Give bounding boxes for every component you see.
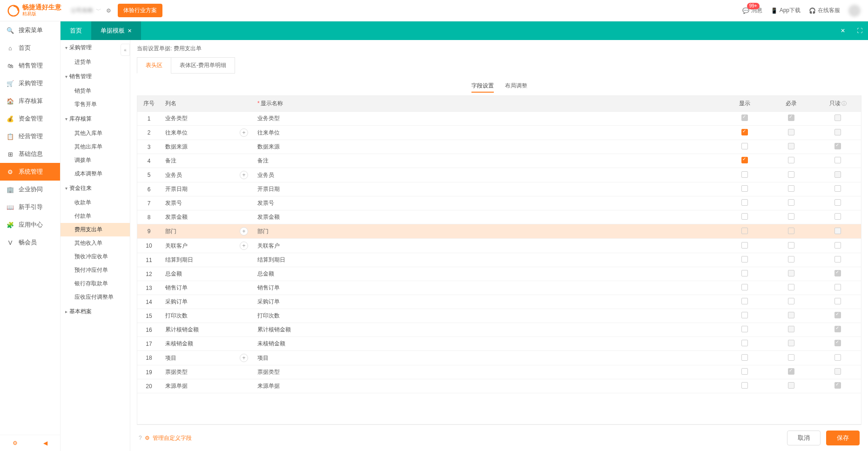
checkbox[interactable] xyxy=(834,298,841,304)
rail-item-经营管理[interactable]: 📋经营管理 xyxy=(0,128,60,145)
rail-item-新手引导[interactable]: 📖新手引导 xyxy=(0,198,60,216)
tree-item-银行存取款单[interactable]: 银行存取款单 xyxy=(61,277,130,290)
checkbox[interactable] xyxy=(741,326,748,332)
checkbox[interactable] xyxy=(834,284,841,290)
table-row[interactable]: 4备注备注 xyxy=(137,154,861,168)
inner-tab-field-settings[interactable]: 字段设置 xyxy=(471,80,494,93)
rail-item-系统管理[interactable]: ⚙系统管理 xyxy=(0,163,60,181)
inner-tab-layout-adjust[interactable]: 布局调整 xyxy=(505,80,527,93)
manage-custom-fields-link[interactable]: ? ⚙ 管理自定义字段 xyxy=(139,434,192,442)
checkbox[interactable] xyxy=(788,242,794,249)
tree-item-其他收入单[interactable]: 其他收入单 xyxy=(61,236,130,250)
checkbox[interactable] xyxy=(741,256,748,263)
checkbox[interactable] xyxy=(788,228,794,234)
table-row[interactable]: 16累计核销金额累计核销金额 xyxy=(137,323,861,337)
checkbox[interactable] xyxy=(741,143,748,149)
table-row[interactable]: 18项目+项目 xyxy=(137,351,861,365)
checkbox[interactable] xyxy=(741,171,748,178)
table-row[interactable]: 1业务类型业务类型 xyxy=(137,112,861,126)
table-row[interactable]: 15打印次数打印次数 xyxy=(137,309,861,323)
tree-item-其他出库单[interactable]: 其他出库单 xyxy=(61,140,130,154)
tree-item-进货单[interactable]: 进货单 xyxy=(61,55,130,69)
tree-item-应收应付调整单[interactable]: 应收应付调整单 xyxy=(61,290,130,304)
cell-display-name[interactable]: 备注 xyxy=(253,154,721,168)
tree-item-收款单[interactable]: 收款单 xyxy=(61,196,130,209)
rail-item-资金管理[interactable]: 💰资金管理 xyxy=(0,110,60,128)
table-row[interactable]: 20来源单据来源单据 xyxy=(137,379,861,393)
checkbox[interactable] xyxy=(788,185,794,192)
add-icon[interactable]: + xyxy=(240,128,248,137)
tree-item-付款单[interactable]: 付款单 xyxy=(61,209,130,223)
table-row[interactable]: 7发票号发票号 xyxy=(137,196,861,210)
checkbox[interactable] xyxy=(741,199,748,206)
rail-item-企业协同[interactable]: 🏢企业协同 xyxy=(0,181,60,198)
checkbox[interactable] xyxy=(834,213,841,220)
cancel-button[interactable]: 取消 xyxy=(787,431,821,445)
tree-item-费用支出单[interactable]: 费用支出单 xyxy=(61,223,130,236)
checkbox[interactable] xyxy=(788,256,794,263)
checkbox[interactable] xyxy=(788,284,794,290)
company-name[interactable]: 公司名称 xyxy=(71,7,93,14)
checkbox[interactable] xyxy=(788,157,794,163)
checkbox[interactable] xyxy=(741,298,748,304)
checkbox[interactable] xyxy=(741,270,748,276)
tree-item-其他入库单[interactable]: 其他入库单 xyxy=(61,127,130,140)
table-row[interactable]: 12总金额总金额 xyxy=(137,267,861,281)
tree-item-销货单[interactable]: 销货单 xyxy=(61,84,130,98)
cell-display-name[interactable]: 发票金额 xyxy=(253,210,721,224)
rail-settings-icon[interactable]: ⚙ xyxy=(13,440,18,446)
tree-item-预收冲应收单[interactable]: 预收冲应收单 xyxy=(61,250,130,263)
checkbox[interactable] xyxy=(788,199,794,206)
cell-display-name[interactable]: 未核销金额 xyxy=(253,337,721,351)
cell-display-name[interactable]: 开票日期 xyxy=(253,182,721,196)
readonly-help-icon[interactable]: ⓘ xyxy=(841,101,847,106)
table-row[interactable]: 8发票金额发票金额 xyxy=(137,210,861,224)
checkbox[interactable] xyxy=(741,228,748,234)
cell-display-name[interactable]: 票据类型 xyxy=(253,365,721,379)
rail-collapse-icon[interactable]: ◀ xyxy=(43,440,47,446)
rail-item-畅会员[interactable]: V畅会员 xyxy=(0,234,60,251)
add-icon[interactable]: + xyxy=(240,242,248,250)
checkbox[interactable] xyxy=(788,213,794,220)
rail-item-销售管理[interactable]: 🛍销售管理 xyxy=(0,57,60,74)
checkbox[interactable] xyxy=(788,298,794,304)
table-row[interactable]: 9部门+部门 xyxy=(137,224,861,239)
tab-home[interactable]: 首页 xyxy=(61,21,91,40)
checkbox[interactable] xyxy=(741,129,748,135)
tree-item-零售开单[interactable]: 零售开单 xyxy=(61,98,130,111)
cell-display-name[interactable]: 打印次数 xyxy=(253,309,721,323)
checkbox[interactable] xyxy=(741,368,748,375)
tree-group-基本档案[interactable]: ▸基本档案 xyxy=(61,304,130,319)
table-row[interactable]: 13销售订单销售订单 xyxy=(137,281,861,295)
settings-icon[interactable]: ⚙ xyxy=(106,7,111,14)
tree-group-采购管理[interactable]: ▾采购管理 xyxy=(61,40,130,55)
checkbox[interactable] xyxy=(741,242,748,249)
checkbox[interactable] xyxy=(834,199,841,206)
checkbox[interactable] xyxy=(741,382,748,389)
cell-display-name[interactable]: 关联客户 xyxy=(253,239,721,253)
table-row[interactable]: 3数据来源数据来源 xyxy=(137,140,861,154)
checkbox[interactable] xyxy=(834,185,841,192)
cell-display-name[interactable]: 销售订单 xyxy=(253,281,721,295)
checkbox[interactable] xyxy=(741,312,748,318)
rail-item-基础信息[interactable]: ⊞基础信息 xyxy=(0,145,60,163)
add-icon[interactable]: + xyxy=(240,354,248,362)
table-row[interactable]: 6开票日期开票日期 xyxy=(137,182,861,196)
add-icon[interactable]: + xyxy=(240,227,248,236)
tree-group-资金往来[interactable]: ▾资金往来 xyxy=(61,181,130,196)
cell-display-name[interactable]: 发票号 xyxy=(253,196,721,210)
tree-item-预付冲应付单[interactable]: 预付冲应付单 xyxy=(61,263,130,277)
checkbox[interactable] xyxy=(834,157,841,163)
table-row[interactable]: 5业务员+业务员 xyxy=(137,168,861,182)
tree-item-成本调整单[interactable]: 成本调整单 xyxy=(61,167,130,181)
table-row[interactable]: 14采购订单采购订单 xyxy=(137,295,861,309)
table-row[interactable]: 19票据类型票据类型 xyxy=(137,365,861,379)
cell-display-name[interactable]: 往来单位 xyxy=(253,126,721,140)
tree-item-调拨单[interactable]: 调拨单 xyxy=(61,154,130,167)
online-service-button[interactable]: 🎧 在线客服 xyxy=(809,7,840,14)
table-row[interactable]: 2往来单位+往来单位 xyxy=(137,126,861,140)
checkbox[interactable] xyxy=(834,242,841,249)
cell-display-name[interactable]: 累计核销金额 xyxy=(253,323,721,337)
checkbox[interactable] xyxy=(834,354,841,361)
cell-display-name[interactable]: 业务员 xyxy=(253,168,721,182)
